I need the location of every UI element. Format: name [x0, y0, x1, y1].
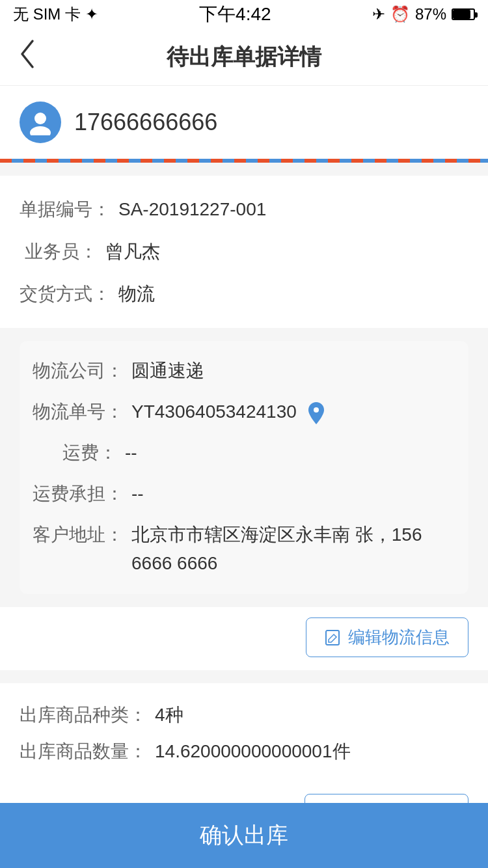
status-right: ✈ ⏰ 87% — [372, 5, 475, 23]
logistics-card: 物流公司： 圆通速递 物流单号： YT43064053424130 运费： --… — [20, 341, 468, 594]
battery-bar — [452, 8, 475, 20]
alarm-icon: ⏰ — [390, 5, 410, 23]
order-info-section: 单据编号： SA-20191227-001 业务员： 曾凡杰 交货方式： 物流 — [0, 176, 488, 328]
delivery-method-row: 交货方式： 物流 — [20, 280, 468, 309]
logistics-company-row: 物流公司： 圆通速递 — [33, 357, 455, 386]
avatar — [20, 102, 61, 143]
user-header: 17666666666 — [0, 86, 488, 159]
section-divider — [0, 670, 488, 683]
freight-responsibility-row: 运费承担： -- — [33, 480, 455, 509]
location-icon[interactable] — [305, 401, 328, 424]
quantity-row: 出库商品数量： 14.620000000000001件 — [20, 739, 468, 764]
delivery-method-value: 物流 — [118, 280, 468, 309]
logistics-tracking-value: YT43064053424130 — [131, 398, 455, 427]
user-phone: 17666666666 — [74, 109, 217, 136]
confirm-button[interactable]: 确认出库 — [0, 803, 488, 868]
quantity-label: 出库商品数量： — [20, 739, 147, 764]
category-value: 4种 — [155, 703, 183, 727]
logistics-company-label: 物流公司： — [33, 357, 124, 386]
address-label: 客户地址： — [33, 521, 124, 550]
status-time: 下午4:42 — [199, 2, 271, 27]
freight-responsibility-value: -- — [131, 480, 455, 509]
svg-rect-3 — [326, 631, 339, 645]
order-number-row: 单据编号： SA-20191227-001 — [20, 195, 468, 224]
page-title: 待出库单据详情 — [167, 42, 321, 72]
freight-value: -- — [125, 439, 455, 468]
delivery-method-label: 交货方式： — [20, 280, 111, 309]
status-left: 无 SIM 卡 ✦ — [13, 4, 98, 25]
confirm-button-label: 确认出库 — [200, 821, 288, 850]
battery-icon: ✈ — [372, 5, 385, 23]
address-row: 客户地址： 北京市市辖区海淀区永丰南 张，156 6666 6666 — [33, 521, 455, 579]
category-row: 出库商品种类： 4种 — [20, 703, 468, 727]
address-value: 北京市市辖区海淀区永丰南 张，156 6666 6666 — [131, 521, 455, 579]
svg-point-0 — [34, 113, 46, 124]
order-number-label: 单据编号： — [20, 195, 111, 224]
dashed-separator — [0, 159, 488, 163]
sim-status: 无 SIM 卡 ✦ — [13, 4, 98, 25]
freight-responsibility-label: 运费承担： — [33, 480, 124, 509]
edit-logistics-button[interactable]: 编辑物流信息 — [306, 617, 468, 657]
salesman-value: 曾凡杰 — [105, 237, 468, 267]
logistics-tracking-label: 物流单号： — [33, 398, 124, 427]
svg-point-1 — [30, 126, 51, 135]
status-bar: 无 SIM 卡 ✦ 下午4:42 ✈ ⏰ 87% — [0, 0, 488, 29]
svg-point-2 — [314, 407, 319, 413]
edit-logistics-label: 编辑物流信息 — [348, 626, 450, 649]
freight-label: 运费： — [33, 439, 117, 468]
salesman-label: 业务员： — [20, 237, 98, 267]
logistics-company-value: 圆通速递 — [131, 357, 455, 386]
logistics-tracking-row: 物流单号： YT43064053424130 — [33, 398, 455, 427]
stats-section: 出库商品种类： 4种 出库商品数量： 14.620000000000001件 — [0, 683, 488, 783]
nav-bar: 待出库单据详情 — [0, 29, 488, 86]
quantity-value: 14.620000000000001件 — [155, 739, 351, 764]
order-number-value: SA-20191227-001 — [118, 195, 468, 224]
edit-btn-row: 编辑物流信息 — [0, 607, 488, 670]
salesman-row: 业务员： 曾凡杰 — [20, 237, 468, 267]
freight-row: 运费： -- — [33, 439, 455, 468]
category-label: 出库商品种类： — [20, 703, 147, 727]
battery-level: 87% — [415, 5, 446, 23]
back-button[interactable] — [18, 38, 36, 75]
